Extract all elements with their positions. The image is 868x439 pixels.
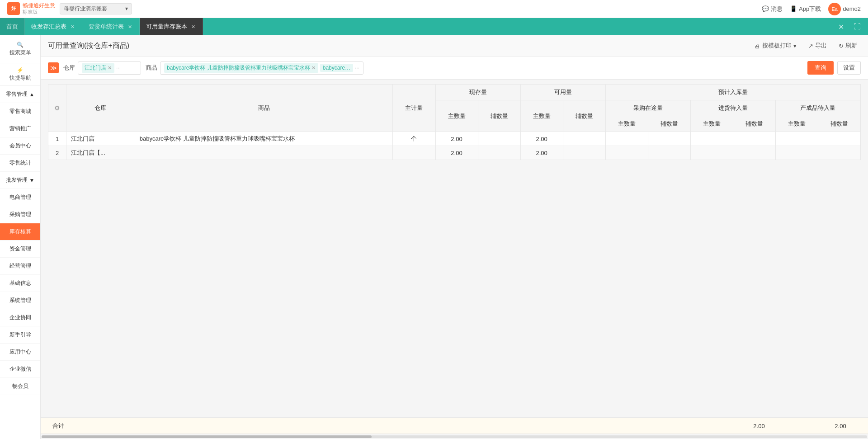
tab-requisition[interactable]: 要货单统计表 ✕ — [82, 18, 140, 35]
sidebar-item-inventory-label: 库存核算 — [9, 228, 31, 236]
sidebar-item-retail-mgmt-label: 零售管理 — [6, 90, 28, 98]
tab-available-close[interactable]: ✕ — [190, 24, 196, 30]
filter-expand-btn[interactable]: ≫ — [48, 62, 59, 73]
close-all-tabs-btn[interactable]: ✕ — [835, 20, 847, 33]
sidebar-item-retail-store-label: 零售商城 — [9, 108, 31, 115]
nav-tabs-right: ✕ ⛶ — [835, 18, 868, 35]
filter-product-input[interactable]: babycare学饮杯 儿童防摔防撞吸管杯重力球吸嘴杯宝宝水杯 ✕ babyca… — [160, 61, 363, 75]
filter-warehouse-more[interactable]: ··· — [116, 65, 121, 71]
sidebar-item-app-center[interactable]: 应用中心 — [0, 344, 40, 361]
search-menu-btn[interactable]: 🔍 搜索菜单 — [4, 40, 37, 58]
horizontal-scrollbar[interactable] — [41, 434, 868, 439]
cell-incoming-main-1 — [690, 132, 733, 146]
th-pur-transit-aux: 辅数量 — [648, 116, 690, 132]
query-btn[interactable]: 查询 — [807, 61, 834, 75]
print-template-btn[interactable]: 🖨 按模板打印 ▾ — [751, 40, 800, 52]
sidebar-item-enterprise-wechat[interactable]: 企业微信 — [0, 361, 40, 378]
logo-area: 好 畅捷通好生意 标准版 — [7, 2, 55, 15]
filter-actions: 查询 设置 — [807, 61, 861, 75]
sidebar-item-retail-mgmt[interactable]: 零售管理 ▲ — [0, 86, 40, 103]
sidebar-item-retail-stats-label: 零售统计 — [9, 159, 31, 167]
cell-avail-main-1: 2.00 — [520, 132, 563, 146]
sidebar-item-new-guide[interactable]: 新手引导 — [0, 326, 40, 344]
app-download-label: App下载 — [799, 5, 821, 13]
sidebar-item-vip-member[interactable]: 畅会员 — [0, 378, 40, 395]
filter-product-tag2-value: babycare… — [323, 65, 350, 71]
sidebar-item-wholesale-label: 批发管理 — [6, 176, 28, 184]
fullscreen-btn[interactable]: ⛶ — [851, 20, 863, 33]
quick-nav-btn[interactable]: ⚡ 快捷导航 — [0, 63, 40, 86]
export-btn[interactable]: ↗ 导出 — [805, 40, 830, 52]
filter-warehouse-tag: 江北门店 ✕ — [82, 63, 114, 73]
app-logo-icon: 好 — [7, 2, 20, 15]
filter-bar: ≫ 仓库 江北门店 ✕ ··· 商品 babycare学饮杯 儿童防摔防撞吸管杯… — [41, 57, 868, 80]
sidebar-item-ecommerce-label: 电商管理 — [9, 194, 31, 201]
filter-product-more[interactable]: ··· — [355, 65, 359, 71]
cell-products-aux-2 — [818, 146, 860, 160]
filter-product-tag-close[interactable]: ✕ — [311, 65, 316, 71]
user-avatar-btn[interactable]: Ea demo2 — [828, 3, 861, 15]
cell-pur-transit-aux-1 — [648, 132, 690, 146]
dropdown-arrow-icon: ▾ — [125, 5, 128, 12]
sidebar-item-member-center-label: 会员中心 — [9, 142, 31, 150]
sidebar-item-purchase[interactable]: 采购管理 — [0, 206, 40, 223]
app-download-btn[interactable]: 📱 App下载 — [790, 5, 821, 13]
tab-requisition-close[interactable]: ✕ — [127, 24, 133, 30]
sidebar-item-basic-info[interactable]: 基础信息 — [0, 275, 40, 292]
sidebar-item-retail-stats[interactable]: 零售统计 — [0, 155, 40, 172]
sidebar-item-new-guide-label: 新手引导 — [9, 331, 31, 339]
message-btn[interactable]: 💬 消息 — [762, 5, 783, 13]
sidebar-item-member-center[interactable]: 会员中心 — [0, 137, 40, 155]
table-settings-icon[interactable]: ⚙ — [54, 104, 60, 112]
avatar-text: Ea — [832, 6, 838, 12]
sidebar-item-operations[interactable]: 经营管理 — [0, 258, 40, 275]
print-label: 按模板打印 — [762, 42, 792, 50]
scrollbar-thumb[interactable] — [42, 435, 372, 438]
sidebar-item-vip-member-label: 畅会员 — [12, 382, 28, 390]
table-row: 2 江北门店【... 2.00 2.00 — [48, 146, 861, 160]
table-container: ⚙ 仓库 商品 主计量 现存量 — [41, 80, 868, 417]
refresh-btn[interactable]: ↻ 刷新 — [835, 40, 861, 52]
page-title: 可用量查询(按仓库+商品) — [48, 41, 129, 51]
tab-available-label: 可用量库存账本 — [146, 23, 187, 31]
filter-warehouse-field: 仓库 江北门店 ✕ ··· — [63, 61, 141, 75]
filter-product-label: 商品 — [146, 64, 157, 72]
cell-avail-aux-2 — [563, 146, 605, 160]
refresh-label: 刷新 — [845, 42, 857, 50]
app-logo-text: 畅捷通好生意 — [23, 2, 55, 9]
th-incoming-group: 进货待入量 — [690, 100, 775, 116]
sidebar-item-app-center-label: 应用中心 — [9, 348, 31, 356]
quick-nav-icon: ⚡ — [17, 67, 24, 73]
sidebar-item-enterprise[interactable]: 企业协同 — [0, 309, 40, 326]
sidebar-item-finance-label: 资金管理 — [9, 245, 31, 253]
table-footer: 合计 2.00 2.00 — [41, 417, 868, 434]
sidebar-item-finance[interactable]: 资金管理 — [0, 241, 40, 258]
tab-home[interactable]: 首页 — [0, 18, 25, 35]
sidebar-item-basic-info-label: 基础信息 — [9, 279, 31, 287]
print-icon: 🖨 — [755, 42, 760, 49]
sidebar-item-ecommerce[interactable]: 电商管理 — [0, 189, 40, 206]
tab-requisition-label: 要货单统计表 — [89, 23, 124, 31]
sidebar-item-wholesale-mgmt[interactable]: 批发管理 ▼ — [0, 172, 40, 189]
sidebar-item-marketing[interactable]: 营销推广 — [0, 120, 40, 137]
th-warehouse-label: 仓库 — [94, 104, 106, 111]
sidebar-item-retail-store[interactable]: 零售商城 — [0, 103, 40, 120]
tab-receivable[interactable]: 收发存汇总表 ✕ — [25, 18, 82, 35]
content-area: 可用量查询(按仓库+商品) 🖨 按模板打印 ▾ ↗ 导出 ↻ 刷新 ≫ — [41, 35, 868, 439]
industry-selector[interactable]: 母婴行业演示账套 ▾ — [60, 3, 132, 14]
cell-products-main-1 — [775, 132, 818, 146]
sidebar-item-inventory[interactable]: 库存核算 — [0, 223, 40, 241]
cell-stock-main-2: 2.00 — [435, 146, 478, 160]
settings-btn[interactable]: 设置 — [837, 61, 861, 75]
th-avail-main-label: 主数量 — [533, 113, 551, 119]
filter-warehouse-input[interactable]: 江北门店 ✕ ··· — [78, 61, 141, 75]
filter-warehouse-tag-close[interactable]: ✕ — [108, 65, 112, 71]
tab-available[interactable]: 可用量库存账本 ✕ — [140, 18, 203, 35]
cell-warehouse-2: 江北门店【... — [66, 146, 135, 160]
tab-receivable-close[interactable]: ✕ — [69, 24, 75, 30]
th-avail-main: 主数量 — [520, 100, 563, 132]
filter-product-field: 商品 babycare学饮杯 儿童防摔防撞吸管杯重力球吸嘴杯宝宝水杯 ✕ bab… — [146, 61, 363, 75]
cell-incoming-aux-2 — [733, 146, 775, 160]
sidebar-item-sys-mgmt[interactable]: 系统管理 — [0, 292, 40, 309]
message-icon: 💬 — [762, 5, 769, 12]
